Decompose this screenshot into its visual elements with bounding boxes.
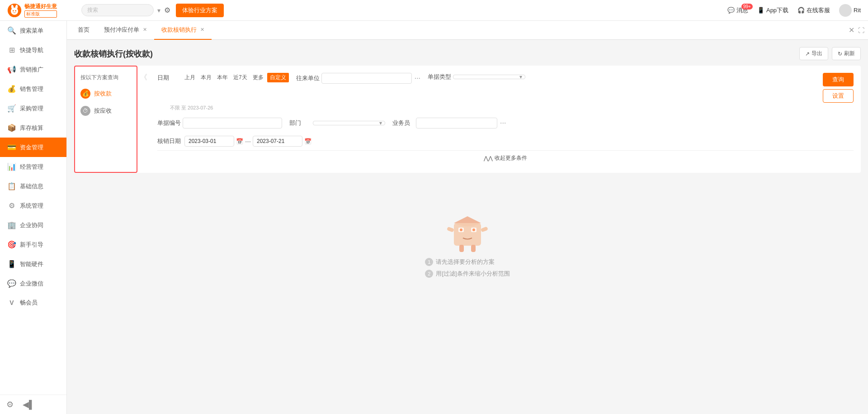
verify-date-group: 📅 — 📅 — [184, 136, 311, 147]
date-more[interactable]: 更多 — [251, 73, 265, 82]
dropdown-icon[interactable]: ▾ — [157, 7, 160, 14]
settings-gear-icon[interactable]: ⚙ — [6, 400, 14, 409]
sidebar-item-system[interactable]: ⚙ 系统管理 — [0, 196, 66, 215]
sales-icon: 💰 — [7, 85, 16, 93]
filter-inner: 按以下方案查询 💰 按收款 ⏱ 按应收 《 — [74, 66, 861, 173]
verify-date-to-input[interactable] — [253, 136, 302, 147]
partner-label: 往来单位 — [296, 74, 320, 82]
avatar — [839, 4, 852, 17]
sidebar-item-finance[interactable]: 💳 资金管理 — [0, 138, 66, 157]
tab-home[interactable]: 首页 — [71, 21, 97, 40]
member-icon: V — [7, 299, 16, 306]
filter-nav-by-receipt[interactable]: 💰 按收款 — [75, 85, 137, 102]
bill-type-select[interactable]: ▾ — [453, 75, 525, 79]
collapse-sidebar-icon[interactable]: ◀▌ — [23, 400, 35, 409]
sidebar-label-member: 畅会员 — [20, 299, 38, 307]
purchase-icon: 🛒 — [7, 104, 16, 113]
verify-date-to-icon[interactable]: 📅 — [304, 138, 311, 145]
tab-collect-label: 收款核销执行 — [161, 26, 197, 34]
sidebar-item-marketing[interactable]: 📢 营销推广 — [0, 60, 66, 79]
dept-field: 部门 ▾ — [289, 119, 385, 127]
refresh-button[interactable]: ↻ 刷新 — [832, 47, 861, 60]
filter-nav: 按以下方案查询 💰 按收款 ⏱ 按应收 — [74, 66, 137, 173]
sidebar-item-operation[interactable]: 📊 经营管理 — [0, 157, 66, 176]
sidebar-label-search-menu: 搜索菜单 — [20, 27, 43, 35]
sidebar-item-guide[interactable]: 🎯 新手引导 — [0, 235, 66, 254]
tab-prepay[interactable]: 预付冲应付单 ✕ — [97, 21, 154, 40]
tab-bar-close-all[interactable]: ✕ — [849, 26, 854, 34]
date-custom[interactable]: 自定义 — [267, 73, 289, 82]
search-menu-icon: 🔍 — [7, 26, 16, 35]
bill-no-input[interactable] — [183, 118, 282, 128]
empty-tip-1: 1 请先选择要分析的方案 — [425, 258, 509, 266]
filter-nav-by-receivable[interactable]: ⏱ 按应收 — [75, 102, 137, 119]
sidebar-item-enterprise[interactable]: 🏢 企业协同 — [0, 215, 66, 235]
partner-input[interactable] — [321, 73, 412, 84]
receivable-nav-label: 按应收 — [94, 107, 112, 115]
receivable-nav-icon: ⏱ — [80, 106, 90, 116]
sidebar-item-inventory[interactable]: 📦 库存核算 — [0, 118, 66, 138]
date-7days[interactable]: 近7天 — [231, 73, 249, 82]
collapse-up-icon: ⋀⋀ — [484, 155, 493, 162]
date-this-month[interactable]: 本月 — [199, 73, 213, 82]
collapse-more-btn[interactable]: ⋀⋀ 收起更多条件 — [157, 150, 854, 166]
date-label: 日期 — [157, 74, 179, 82]
sidebar-item-sales[interactable]: 💰 销售管理 — [0, 79, 66, 99]
partner-dots[interactable]: ··· — [415, 74, 420, 82]
tab-collect[interactable]: 收款核销执行 ✕ — [154, 21, 212, 40]
sidebar-item-basic-info[interactable]: 📋 基础信息 — [0, 176, 66, 196]
sidebar-label-purchase: 采购管理 — [20, 105, 43, 113]
logo-area: 畅捷通好生意 标准版 — [7, 3, 74, 18]
tab-expand-icon[interactable]: ⛶ — [858, 27, 864, 34]
bill-no-label: 单据编号 — [157, 119, 181, 127]
sidebar-label-quick-nav: 快捷导航 — [20, 46, 43, 54]
sidebar-label-finance: 资金管理 — [20, 143, 43, 152]
export-button[interactable]: ↗ 导出 — [799, 47, 828, 60]
left-arrow-icon: 《 — [140, 73, 147, 82]
search-input[interactable]: 搜索 — [81, 4, 154, 16]
setting-button[interactable]: 设置 — [823, 89, 854, 103]
sidebar-label-guide: 新手引导 — [20, 241, 43, 249]
sidebar-label-inventory: 库存核算 — [20, 124, 43, 132]
empty-tips: 1 请先选择要分析的方案 2 用[过滤]条件来缩小分析范围 — [425, 258, 509, 278]
sidebar-item-quick-nav[interactable]: ⊞ 快捷导航 — [0, 40, 66, 60]
sidebar-item-search-menu[interactable]: 🔍 搜索菜单 — [0, 21, 66, 40]
empty-state: 1 请先选择要分析的方案 2 用[过滤]条件来缩小分析范围 — [74, 180, 861, 305]
collapse-arrow[interactable]: 《 — [137, 66, 150, 173]
receipt-nav-icon: 💰 — [80, 89, 90, 99]
tab-prepay-close[interactable]: ✕ — [143, 27, 147, 33]
app-download-link[interactable]: 📱 App下载 — [757, 6, 788, 14]
date-last-month[interactable]: 上月 — [183, 73, 197, 82]
sidebar-item-member[interactable]: V 畅会员 — [0, 293, 66, 312]
main-layout: 🔍 搜索菜单 ⊞ 快捷导航 📢 营销推广 💰 销售管理 🛒 采购管理 📦 库存核… — [0, 21, 868, 414]
enterprise-icon: 🏢 — [7, 221, 16, 229]
bill-type-chevron: ▾ — [519, 74, 522, 80]
staff-dots[interactable]: ··· — [500, 119, 506, 127]
svg-point-10 — [472, 228, 475, 231]
sidebar-item-purchase[interactable]: 🛒 采购管理 — [0, 99, 66, 118]
sidebar-item-wechat[interactable]: 💬 企业微信 — [0, 274, 66, 293]
online-service-link[interactable]: 🎧 在线客服 — [797, 6, 830, 14]
message-button[interactable]: 💬 消息 99+ — [727, 6, 748, 14]
message-icon: 💬 — [727, 7, 735, 14]
staff-input[interactable] — [416, 118, 497, 128]
verify-date-from-icon[interactable]: 📅 — [236, 138, 243, 145]
svg-rect-11 — [447, 227, 454, 233]
dept-select[interactable]: ▾ — [313, 121, 385, 125]
gear-icon[interactable]: ⚙ — [164, 6, 170, 14]
sidebar-label-basic-info: 基础信息 — [20, 182, 43, 190]
sidebar-item-hardware[interactable]: 📱 智能硬件 — [0, 254, 66, 274]
verify-date-from-input[interactable] — [184, 136, 234, 147]
industry-button[interactable]: 体验行业方案 — [176, 4, 224, 17]
brand-badge: 标准版 — [24, 10, 57, 18]
tab-collect-close[interactable]: ✕ — [200, 27, 204, 33]
date-this-year[interactable]: 本年 — [215, 73, 230, 82]
user-profile[interactable]: Rit — [839, 4, 861, 17]
tab-bar-right: ✕ ⛶ — [849, 26, 864, 34]
svg-rect-14 — [471, 245, 476, 252]
finance-icon: 💳 — [7, 143, 16, 152]
verify-date-row: 核销日期 📅 — 📅 — [157, 136, 854, 147]
headset-icon: 🎧 — [797, 7, 805, 14]
bill-type-label: 单据类型 — [428, 73, 451, 81]
query-button[interactable]: 查询 — [823, 73, 854, 86]
